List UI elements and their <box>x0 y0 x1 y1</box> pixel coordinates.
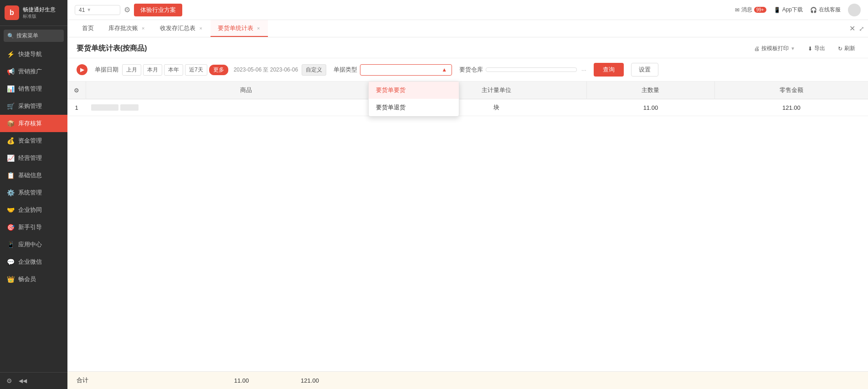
finance-icon: 💰 <box>6 137 15 144</box>
online-service-label: 在线客服 <box>819 6 841 14</box>
print-chevron-icon: ▼ <box>791 46 795 51</box>
date-filter-label: 单据日期 <box>95 66 118 74</box>
type-select-input[interactable] <box>365 67 442 73</box>
page-header: 要货单统计表(按商品) 🖨 按模板打印 ▼ ⬇ 导出 ↻ 刷新 <box>67 37 868 58</box>
guide-icon: 🎯 <box>6 224 15 231</box>
type-select-dropdown[interactable]: ▲ <box>360 64 452 76</box>
trial-button[interactable]: 体验行业方案 <box>134 4 182 16</box>
company-number: 41 <box>79 7 85 13</box>
chevron-down-icon: ▼ <box>87 7 91 12</box>
sidebar-item-enterprise[interactable]: 🤝 企业协同 <box>0 201 67 219</box>
user-avatar[interactable] <box>848 4 861 16</box>
quicknav-icon: ⚡ <box>6 51 15 58</box>
date-btn-more[interactable]: 更多 <box>209 65 228 75</box>
main-area: 41 ▼ ⚙ 体验行业方案 ✉ 消息 99+ 📱 App下载 🎧 在线客服 <box>67 0 868 389</box>
print-button[interactable]: 🖨 按模板打印 ▼ <box>750 43 799 54</box>
footer-total-qty: 11.00 <box>219 377 264 384</box>
refresh-button[interactable]: ↻ 刷新 <box>834 43 859 54</box>
date-custom-button[interactable]: 自定义 <box>302 64 326 76</box>
sidebar-item-wxenterprise[interactable]: 💬 企业微信 <box>0 253 67 271</box>
dropdown-item-requisition-return[interactable]: 要货单退货 <box>369 99 459 116</box>
sidebar-item-operations[interactable]: 📈 经营管理 <box>0 149 67 167</box>
sidebar-nav: ⚡ 快捷导航 📢 营销推广 📊 销售管理 🛒 采购管理 📦 库存核算 💰 资金管… <box>0 46 67 372</box>
query-button[interactable]: 查询 <box>594 63 624 77</box>
close-window-icon[interactable]: ✕ <box>849 24 855 33</box>
type-dropdown-menu: 要货单要货 要货单退货 <box>368 81 459 117</box>
settings-button[interactable]: 设置 <box>631 63 658 77</box>
print-icon: 🖨 <box>754 46 760 52</box>
topbar: 41 ▼ ⚙ 体验行业方案 ✉ 消息 99+ 📱 App下载 🎧 在线客服 <box>67 0 868 20</box>
topbar-settings-icon[interactable]: ⚙ <box>124 5 130 14</box>
sidebar-item-system[interactable]: ⚙️ 系统管理 <box>0 184 67 201</box>
sidebar-item-member[interactable]: 👑 畅会员 <box>0 271 67 288</box>
warehouse-more-icon[interactable]: ··· <box>581 67 586 73</box>
settings-bottom-icon[interactable]: ⚙ <box>6 377 12 384</box>
refresh-icon: ↻ <box>838 46 842 52</box>
search-icon: 🔍 <box>7 33 14 39</box>
sidebar-item-purchase[interactable]: 🛒 采购管理 <box>0 97 67 115</box>
filter-area: ▶ 单据日期 上月 本月 本年 近7天 更多 2023-05-06 至 2023… <box>67 58 868 82</box>
online-service-action[interactable]: 🎧 在线客服 <box>810 6 841 14</box>
date-btn-ben[interactable]: 本月 <box>143 64 162 76</box>
sidebar-item-marketing[interactable]: 📢 营销推广 <box>0 63 67 80</box>
search-label: 搜索菜单 <box>16 32 38 40</box>
appcenter-icon: 📱 <box>6 241 15 248</box>
date-btn-year[interactable]: 本年 <box>164 64 183 76</box>
tab-home-label: 首页 <box>82 24 94 32</box>
app-download-action[interactable]: 📱 App下载 <box>774 6 803 14</box>
tab-requisition-label: 要货单统计表 <box>218 24 253 32</box>
marketing-icon: 📢 <box>6 68 15 75</box>
sidebar-search[interactable]: 🔍 搜索菜单 <box>4 30 64 42</box>
messages-action[interactable]: ✉ 消息 99+ <box>735 6 766 14</box>
sidebar-item-finance[interactable]: 💰 资金管理 <box>0 132 67 149</box>
app-name: 畅捷通好生意 <box>23 6 56 14</box>
tab-shipment-close[interactable]: × <box>198 26 203 31</box>
enterprise-icon: 🤝 <box>6 206 15 214</box>
sidebar-item-label: 销售管理 <box>18 85 42 93</box>
date-btn-shang[interactable]: 上月 <box>122 64 141 76</box>
type-filter-group: 单据类型 ▲ <box>334 64 452 76</box>
refresh-label: 刷新 <box>844 45 855 52</box>
sidebar-item-label: 新手引导 <box>18 223 42 231</box>
export-button[interactable]: ⬇ 导出 <box>804 43 829 54</box>
maximize-icon[interactable]: ⤢ <box>859 25 864 32</box>
col-header-settings[interactable]: ⚙ <box>67 82 86 99</box>
tab-requisition-close[interactable]: × <box>256 26 261 31</box>
tab-batch-label: 库存批次账 <box>108 24 138 32</box>
sidebar-item-guide[interactable]: 🎯 新手引导 <box>0 219 67 236</box>
date-btn-days[interactable]: 近7天 <box>185 64 207 76</box>
dropdown-item-requisition-order[interactable]: 要货单要货 <box>369 82 459 99</box>
row-no: 1 <box>67 99 86 116</box>
page-title: 要货单统计表(按商品) <box>77 44 147 53</box>
system-icon: ⚙️ <box>6 189 15 196</box>
topbar-left: 41 ▼ ⚙ 体验行业方案 <box>75 4 729 16</box>
sidebar: b 畅捷通好生意 标准版 🔍 搜索菜单 ⚡ 快捷导航 📢 营销推广 📊 销售管理… <box>0 0 67 389</box>
collapse-icon[interactable]: ◀◀ <box>19 378 27 384</box>
warehouse-input[interactable] <box>486 67 577 72</box>
sidebar-item-appcenter[interactable]: 📱 应用中心 <box>0 236 67 253</box>
filter-expand-button[interactable]: ▶ <box>77 64 87 75</box>
tab-batch-close[interactable]: × <box>141 26 145 31</box>
sidebar-item-sales[interactable]: 📊 销售管理 <box>0 80 67 97</box>
app-version: 标准版 <box>23 13 56 20</box>
topbar-right: ✉ 消息 99+ 📱 App下载 🎧 在线客服 <box>735 4 861 16</box>
message-icon: ✉ <box>735 7 740 13</box>
tab-home[interactable]: 首页 <box>75 20 101 37</box>
company-selector[interactable]: 41 ▼ <box>75 5 120 15</box>
tab-shipment-label: 收发存汇总表 <box>160 24 195 32</box>
tab-batch[interactable]: 库存批次账 × <box>101 20 153 37</box>
sidebar-item-basicinfo[interactable]: 📋 基础信息 <box>0 167 67 184</box>
sidebar-item-inventory[interactable]: 📦 库存核算 <box>0 115 67 132</box>
tab-requisition[interactable]: 要货单统计表 × <box>211 20 268 37</box>
sidebar-item-quicknav[interactable]: ⚡ 快捷导航 <box>0 46 67 63</box>
type-select-arrow-icon: ▲ <box>442 67 447 73</box>
sales-icon: 📊 <box>6 85 15 92</box>
footer-label: 合计 <box>73 376 173 384</box>
table-row: 1 块 11.00 121.00 <box>67 99 868 116</box>
inventory-icon: 📦 <box>6 120 15 127</box>
sidebar-item-label: 快捷导航 <box>18 50 42 58</box>
date-filter-group: 单据日期 上月 本月 本年 近7天 更多 2023-05-06 至 2023-0… <box>95 64 326 76</box>
tab-shipment[interactable]: 收发存汇总表 × <box>153 20 210 37</box>
print-label: 按模板打印 <box>761 45 789 52</box>
date-quick-buttons: 上月 本月 本年 近7天 更多 <box>122 64 228 76</box>
